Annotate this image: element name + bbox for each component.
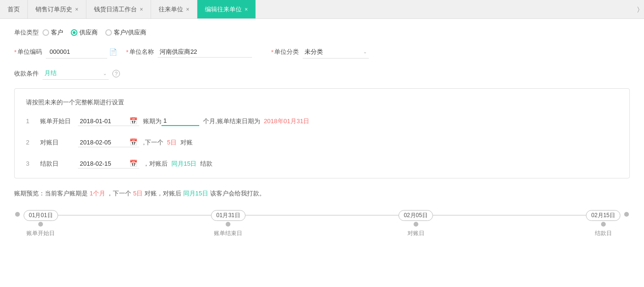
- tl-dot-1: [38, 222, 43, 227]
- tab-cash-workbench-label: 钱货日清工作台: [94, 5, 137, 14]
- period-input[interactable]: [161, 116, 199, 126]
- tab-sales-history[interactable]: 销售订单历史 ×: [28, 0, 86, 18]
- preview-prefix: 账期预览：当前客户账期是: [14, 190, 88, 197]
- tl-dot-3: [414, 222, 418, 227]
- unit-name-input[interactable]: [158, 46, 252, 58]
- payment-terms-select[interactable]: 月结 ⌄: [42, 67, 109, 80]
- preview-highlight1: 1个月: [90, 190, 105, 197]
- help-icon[interactable]: ?: [112, 70, 120, 77]
- tab-edit-partner-close[interactable]: ×: [245, 6, 248, 13]
- row-3-calendar-icon[interactable]: 📅: [129, 160, 137, 167]
- row-2-highlight: 5日: [167, 138, 177, 147]
- tab-partner-label: 往来单位: [159, 5, 183, 14]
- tl-dot-2: [226, 222, 230, 227]
- radio-customer-circle: [42, 29, 49, 36]
- settings-box: 请按照未来的一个完整帐期进行设置 1 账单开始日 2018-01-01 📅 账期…: [14, 88, 630, 178]
- radio-supplier-label: 供应商: [79, 28, 98, 37]
- main-content: 单位类型 客户 供应商 客户/供应商 * 单位编码: [0, 19, 644, 287]
- tab-cash-workbench-close[interactable]: ×: [140, 6, 143, 13]
- payment-terms-label: 收款条件: [14, 69, 39, 78]
- payment-terms-row: 收款条件 月结 ⌄ ?: [14, 67, 630, 80]
- radio-both-label: 客户/供应商: [114, 28, 146, 37]
- preview-middle2: 对账，对账后: [144, 190, 181, 197]
- setting-row-2: 2 对账日 2018-02-05 📅 ,下一个 5日 对账: [26, 137, 618, 147]
- row-1-num: 1: [26, 118, 40, 125]
- row-1-period-end: 2018年01月31日: [264, 117, 310, 126]
- row-1-label: 账单开始日: [40, 117, 78, 126]
- radio-both-circle: [105, 29, 112, 36]
- radio-supplier[interactable]: 供应商: [71, 28, 98, 37]
- radio-group: 客户 供应商 客户/供应商: [42, 28, 146, 37]
- row-2-date-input: 2018-02-05 📅: [78, 137, 139, 147]
- unit-name-group: * 单位名称: [126, 46, 252, 58]
- timeline-point-3: 02月05日 对账日: [398, 210, 433, 237]
- row-1-calendar-icon[interactable]: 📅: [129, 117, 137, 125]
- radio-both[interactable]: 客户/供应商: [105, 28, 146, 37]
- unit-type-row: 单位类型 客户 供应商 客户/供应商: [14, 28, 630, 37]
- timeline-end-dot: [624, 212, 629, 217]
- payment-terms-group: 收款条件 月结 ⌄ ?: [14, 67, 120, 80]
- timeline-label-4: 结款日: [595, 229, 612, 237]
- row-1-date-input: 2018-01-01 📅: [78, 116, 139, 126]
- unit-name-label: 单位名称: [129, 48, 154, 56]
- tab-edit-partner[interactable]: 编辑往来单位 ×: [197, 0, 256, 18]
- row-3-desc-suffix: 结款: [200, 160, 212, 168]
- row-1-date: 2018-01-01: [80, 118, 129, 125]
- row-3-num: 3: [26, 160, 40, 167]
- row-1-period-suffix: 个月,账单结束日期为: [203, 117, 260, 126]
- unit-code-input-wrap: 📄: [46, 45, 107, 59]
- row-2-num: 2: [26, 139, 40, 146]
- timeline-point-2: 01月31日 账单结束日: [211, 210, 246, 237]
- radio-supplier-circle: [71, 29, 77, 36]
- timeline-label-2: 账单结束日: [214, 229, 242, 237]
- preview-middle1: ，下一个: [107, 190, 131, 197]
- unit-info-row: * 单位编码 📄 * 单位名称 * 单位分类 未分类 ⌄: [14, 45, 630, 59]
- chevron-down-icon: ⌄: [363, 49, 367, 54]
- tab-home-label: 首页: [8, 5, 20, 14]
- chevron-down-icon-2: ⌄: [103, 71, 107, 76]
- row-3-desc-prefix: ，对账后: [143, 160, 168, 168]
- unit-name-star: *: [126, 49, 128, 56]
- row-3-label: 结款日: [40, 160, 78, 168]
- timeline-points: 01月01日 账单开始日 01月31日 账单结束日 02月05日 对账日 02月…: [24, 210, 620, 237]
- timeline-point-4: 02月15日 结款日: [586, 210, 620, 237]
- row-3-date-input: 2018-02-15 📅: [78, 159, 139, 169]
- timeline-label-1: 账单开始日: [26, 229, 55, 237]
- preview-suffix: 该客户会给我打款。: [210, 190, 265, 197]
- tab-expand-btn[interactable]: 〉: [633, 0, 644, 18]
- unit-category-group: * 单位分类 未分类 ⌄: [271, 46, 369, 59]
- tab-home[interactable]: 首页: [0, 0, 28, 18]
- setting-row-3: 3 结款日 2018-02-15 📅 ，对账后 同月15日 结款: [26, 159, 618, 169]
- tab-cash-workbench[interactable]: 钱货日清工作台 ×: [86, 0, 151, 18]
- row-3-date: 2018-02-15: [80, 160, 129, 167]
- unit-code-star: *: [14, 49, 17, 56]
- preview-highlight3: 同月15日: [183, 190, 208, 197]
- row-3-highlight: 同月15日: [171, 160, 196, 168]
- unit-type-group: 单位类型 客户 供应商 客户/供应商: [14, 28, 146, 37]
- unit-code-icon[interactable]: 📄: [109, 48, 117, 56]
- tab-partner[interactable]: 往来单位 ×: [151, 0, 197, 18]
- timeline-date-3: 02月05日: [398, 210, 433, 221]
- unit-category-star: *: [271, 49, 273, 56]
- timeline-point-1: 01月01日 账单开始日: [24, 210, 58, 237]
- unit-code-label: 单位编码: [17, 48, 42, 56]
- radio-customer[interactable]: 客户: [42, 28, 63, 37]
- row-2-date: 2018-02-05: [80, 139, 129, 146]
- payment-terms-value: 月结: [44, 69, 100, 77]
- preview-section: 账期预览：当前客户账期是 1个月 ，下一个 5日 对账，对账后 同月15日 该客…: [14, 188, 630, 199]
- timeline-date-2: 01月31日: [211, 210, 246, 221]
- unit-code-input[interactable]: [48, 46, 109, 57]
- timeline-start-dot: [15, 212, 20, 217]
- row-2-desc-prefix: ,下一个: [143, 138, 163, 147]
- row-2-calendar-icon[interactable]: 📅: [129, 138, 137, 146]
- tab-partner-close[interactable]: ×: [186, 6, 189, 13]
- tl-dot-4: [601, 222, 606, 227]
- preview-highlight2: 5日: [133, 190, 143, 197]
- tab-sales-history-close[interactable]: ×: [75, 6, 78, 13]
- unit-category-label: 单位分类: [274, 48, 299, 56]
- timeline-date-1: 01月01日: [24, 210, 58, 221]
- tab-edit-partner-label: 编辑往来单位: [205, 5, 242, 14]
- unit-category-select[interactable]: 未分类 ⌄: [303, 46, 369, 59]
- unit-type-label: 单位类型: [14, 28, 39, 37]
- row-2-desc-suffix: 对账: [180, 138, 193, 147]
